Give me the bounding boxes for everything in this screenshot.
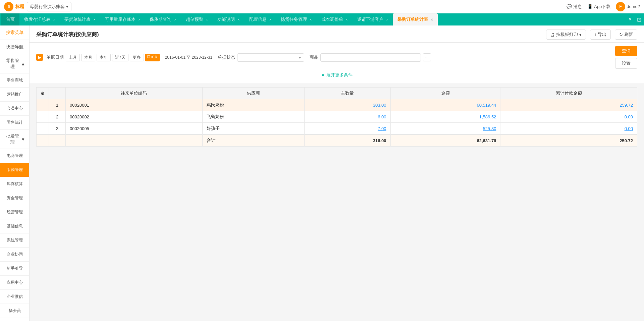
status-caret-icon: ▾ (299, 55, 301, 60)
refresh-btn[interactable]: ↻ 刷新 (615, 30, 637, 40)
row-settings[interactable] (37, 99, 49, 111)
expand-more-icon: ▼ (321, 73, 325, 78)
workspace-caret: ▾ (66, 4, 68, 9)
username: demo2 (627, 4, 640, 9)
query-btn[interactable]: 查询 (615, 46, 637, 56)
paid-link[interactable]: 0.00 (625, 126, 633, 131)
wholesale-label: 批发管理 (4, 133, 21, 145)
data-table: ⚙ 往来单位编码 供应商 主数量 金额 累计付款金额 1 00020001 (36, 87, 637, 147)
date-btn-this-month[interactable]: 本月 (81, 54, 95, 61)
table-row[interactable]: 3 00020005 好孩子 7.00 525.80 0.00 (37, 123, 637, 135)
quantity-link[interactable]: 7.00 (378, 126, 386, 131)
tab-home[interactable]: 首页 (1, 13, 19, 25)
sidebar-item-basic[interactable]: 基础信息 (0, 219, 29, 233)
sidebar-item-marketing[interactable]: 营销推广 (0, 88, 29, 102)
tab-keyongliang[interactable]: 可用量库存账本 × (100, 13, 145, 25)
status-select[interactable]: ▾ (237, 53, 304, 62)
close-icon[interactable]: × (310, 17, 312, 21)
goods-ellipsis-btn[interactable]: ··· (423, 53, 431, 61)
sidebar-item-cooperation[interactable]: 企业协同 (0, 248, 29, 262)
sidebar-item-member[interactable]: 会员中心 (0, 102, 29, 116)
date-btn-7days[interactable]: 近7天 (112, 54, 128, 61)
tab-caigou-active[interactable]: 采购订单统计表 × (393, 13, 437, 25)
amount-link[interactable]: 1,586.52 (479, 114, 496, 119)
col-paid-header: 累计付款金额 (500, 88, 637, 99)
paid-link[interactable]: 0.00 (625, 114, 633, 119)
tab-baozhi[interactable]: 保质期查询 × (145, 13, 181, 25)
sidebar-item-purchase[interactable]: 采购管理 (0, 163, 29, 177)
nav-close-btn[interactable]: × (627, 15, 633, 24)
row-supplier-name: 惠氏奶粉 (202, 99, 305, 111)
amount-link[interactable]: 525.80 (483, 126, 496, 131)
close-icon[interactable]: × (138, 17, 140, 21)
sidebar-item-wholesale[interactable]: 批发管理 ▼ (0, 130, 29, 149)
tab-jianhuo[interactable]: 拣货任务管理 × (276, 13, 316, 25)
close-icon[interactable]: × (53, 17, 55, 21)
table-body: 1 00020001 惠氏奶粉 303.00 60,519.44 259.72 … (37, 99, 637, 135)
settings-icon: ⚙ (41, 91, 45, 96)
tab-chengben[interactable]: 成本调整单 × (317, 13, 353, 25)
close-icon[interactable]: × (386, 17, 388, 21)
col-quantity-header: 主数量 (305, 88, 390, 99)
quantity-link[interactable]: 303.00 (373, 103, 386, 108)
sidebar-item-quicknav[interactable]: 快捷导航 (0, 40, 29, 54)
template-print-btn[interactable]: 🖨 按模板打印 ▾ (546, 30, 586, 40)
sidebar-item-system[interactable]: 系统管理 (0, 233, 29, 248)
tab-yaohuo[interactable]: 要货单统计表 × (60, 13, 100, 25)
sidebar-item-retail-stats[interactable]: 零售统计 (0, 116, 29, 130)
tab-gongneng[interactable]: 功能说明 × (213, 13, 244, 25)
amount-link[interactable]: 60,519.44 (477, 103, 496, 108)
close-icon[interactable]: × (174, 17, 176, 21)
message-icon: 💬 (567, 4, 572, 9)
date-btn-more[interactable]: 更多 (130, 54, 144, 61)
expand-arrow-icon[interactable]: ▶ (36, 54, 43, 61)
message-btn[interactable]: 💬 消息 (567, 4, 582, 10)
expand-more-btn[interactable]: ▼ 展开更多条件 (321, 72, 353, 78)
table-row[interactable]: 1 00020001 惠氏奶粉 303.00 60,519.44 259.72 (37, 99, 637, 111)
user-avatar[interactable]: E demo2 (616, 2, 640, 11)
settings-btn[interactable]: 设置 (615, 58, 637, 69)
sidebar-item-appcenter[interactable]: 应用中心 (0, 276, 29, 290)
tab-yaoqing[interactable]: 邀请下游客户 × (353, 13, 393, 25)
close-icon[interactable]: × (237, 17, 239, 21)
date-range-text: 2016-01-01 至 2023-12-31 (165, 55, 212, 60)
close-icon[interactable]: × (269, 17, 271, 21)
close-icon[interactable]: × (93, 17, 95, 21)
export-btn[interactable]: ↑ 导出 (590, 30, 611, 40)
sidebar-item-ecommerce[interactable]: 电商管理 (0, 149, 29, 163)
sidebar-item-inventory[interactable]: 库存核算 (0, 177, 29, 191)
printer-icon: 🖨 (550, 32, 555, 37)
sidebar-item-search[interactable]: 搜索英单 (0, 25, 29, 40)
sidebar-item-wechat[interactable]: 企业微信 (0, 290, 29, 304)
workspace-name: 母婴行业演示账套 (30, 4, 65, 10)
close-icon[interactable]: × (431, 17, 433, 21)
tab-label: 可用量库存账本 (105, 16, 136, 22)
sidebar-item-finance[interactable]: 资金管理 (0, 191, 29, 205)
sidebar-item-member2[interactable]: 畅会员 (0, 304, 29, 318)
filter-section: ▶ 单据日期 上月 本月 本年 近7天 更多 自定义 (30, 43, 644, 83)
close-icon[interactable]: × (346, 17, 348, 21)
filter-expand-icon[interactable]: ▶ (36, 54, 43, 61)
date-btn-this-year[interactable]: 本年 (97, 54, 111, 61)
sidebar-item-retail-shop[interactable]: 零售商城 (0, 73, 29, 88)
sidebar-item-newguide[interactable]: 新手引导 (0, 262, 29, 276)
footer-amount: 62,631.76 (390, 135, 500, 147)
paid-link[interactable]: 259.72 (620, 103, 633, 108)
quantity-link[interactable]: 6.00 (378, 114, 386, 119)
tab-shoufacun[interactable]: 收发存汇总表 × (19, 13, 60, 25)
app-download-btn[interactable]: 📱 App下载 (587, 4, 610, 10)
row-settings[interactable] (37, 111, 49, 123)
col-settings-header[interactable]: ⚙ (37, 88, 49, 99)
date-btn-last-month[interactable]: 上月 (66, 54, 80, 61)
close-icon[interactable]: × (206, 17, 208, 21)
row-settings[interactable] (37, 123, 49, 135)
goods-input[interactable] (320, 53, 421, 62)
sidebar-item-retail[interactable]: 零售管理 ▲ (0, 54, 29, 73)
tab-chaoju[interactable]: 超储预警 × (181, 13, 213, 25)
sidebar-item-operation[interactable]: 经营管理 (0, 205, 29, 219)
footer-quantity: 316.00 (305, 135, 390, 147)
table-row[interactable]: 2 00020002 飞鹤奶粉 6.00 1,586.52 0.00 (37, 111, 637, 123)
nav-expand-btn[interactable]: ⊡ (636, 15, 643, 24)
tab-peizhi[interactable]: 配置信息 × (245, 13, 276, 25)
workspace-selector[interactable]: 母婴行业演示账套 ▾ (27, 2, 71, 11)
